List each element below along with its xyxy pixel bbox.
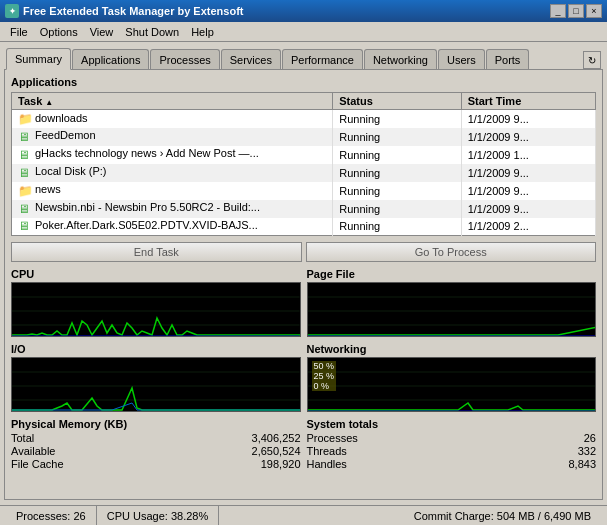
cpu-chart — [11, 282, 301, 337]
charts-row-2: I/O Networking — [11, 343, 596, 412]
io-chart-label: I/O — [11, 343, 301, 355]
networking-chart-svg — [308, 358, 596, 411]
system-totals-title: System totals — [307, 418, 597, 430]
maximize-button[interactable]: □ — [568, 4, 584, 18]
app-icon: 🖥 — [18, 219, 32, 233]
tab-summary[interactable]: Summary — [6, 48, 71, 70]
menu-view[interactable]: View — [84, 25, 120, 39]
sys-handles-row: Handles 8,843 — [307, 458, 597, 470]
tab-applications[interactable]: Applications — [72, 49, 149, 69]
mem-available-row: Available 2,650,524 — [11, 445, 301, 457]
sys-threads-row: Threads 332 — [307, 445, 597, 457]
tab-performance[interactable]: Performance — [282, 49, 363, 69]
task-starttime: 1/1/2009 9... — [461, 200, 595, 218]
cpu-chart-svg — [12, 283, 300, 336]
menu-bar: File Options View Shut Down Help — [0, 22, 607, 42]
task-status: Running — [333, 110, 461, 128]
col-starttime[interactable]: Start Time — [461, 93, 595, 110]
net-legend-25: 25 % — [312, 371, 337, 381]
app-icon: 🖥 — [18, 148, 32, 162]
menu-options[interactable]: Options — [34, 25, 84, 39]
window-title: Free Extended Task Manager by Extensoft — [23, 5, 243, 17]
task-status: Running — [333, 200, 461, 218]
menu-help[interactable]: Help — [185, 25, 220, 39]
action-buttons: End Task Go To Process — [11, 242, 596, 262]
folder-icon: 📁 — [18, 112, 32, 126]
net-legend-50: 50 % — [312, 361, 337, 371]
sys-processes-row: Processes 26 — [307, 432, 597, 444]
tab-processes[interactable]: Processes — [150, 49, 219, 69]
networking-label: Networking — [307, 343, 597, 355]
go-to-process-button[interactable]: Go To Process — [306, 242, 597, 262]
table-row[interactable]: 🖥Poker.After.Dark.S05E02.PDTV.XVID-BAJS.… — [12, 218, 596, 236]
task-status: Running — [333, 218, 461, 236]
networking-chart-box: Networking 50 % — [307, 343, 597, 412]
page-file-chart-box: Page File — [307, 268, 597, 337]
task-starttime: 1/1/2009 9... — [461, 110, 595, 128]
io-chart-box: I/O — [11, 343, 301, 412]
cpu-chart-label: CPU — [11, 268, 301, 280]
applications-title: Applications — [11, 76, 596, 88]
refresh-button[interactable]: ↻ — [583, 51, 601, 69]
table-row[interactable]: 📁downloads Running 1/1/2009 9... — [12, 110, 596, 128]
page-file-svg — [308, 283, 596, 336]
status-processes: Processes: 26 — [6, 506, 97, 525]
table-row[interactable]: 🖥Newsbin.nbi - Newsbin Pro 5.50RC2 - Bui… — [12, 200, 596, 218]
table-row[interactable]: 🖥gHacks technology news › Add New Post —… — [12, 146, 596, 164]
task-name: 🖥Newsbin.nbi - Newsbin Pro 5.50RC2 - Bui… — [12, 200, 333, 218]
task-table: Task ▲ Status Start Time 📁downloads Runn… — [11, 92, 596, 236]
table-row[interactable]: 🖥FeedDemon Running 1/1/2009 9... — [12, 128, 596, 146]
table-row[interactable]: 🖥Local Disk (P:) Running 1/1/2009 9... — [12, 164, 596, 182]
sys-threads-label: Threads — [307, 445, 347, 457]
app-icon: ✦ — [5, 4, 19, 18]
col-status[interactable]: Status — [333, 93, 461, 110]
tab-services[interactable]: Services — [221, 49, 281, 69]
page-file-chart — [307, 282, 597, 337]
task-status: Running — [333, 164, 461, 182]
sys-handles-label: Handles — [307, 458, 347, 470]
task-status: Running — [333, 146, 461, 164]
tab-ports[interactable]: Ports — [486, 49, 530, 69]
task-status: Running — [333, 128, 461, 146]
mem-filecache-row: File Cache 198,920 — [11, 458, 301, 470]
mem-total-row: Total 3,406,252 — [11, 432, 301, 444]
task-name: 🖥gHacks technology news › Add New Post —… — [12, 146, 333, 164]
physical-memory-box: Physical Memory (KB) Total 3,406,252 Ava… — [11, 418, 301, 471]
table-row[interactable]: 📁news Running 1/1/2009 9... — [12, 182, 596, 200]
menu-shutdown[interactable]: Shut Down — [119, 25, 185, 39]
task-name: 🖥Local Disk (P:) — [12, 164, 333, 182]
app-icon: 🖥 — [18, 166, 32, 180]
end-task-button[interactable]: End Task — [11, 242, 302, 262]
physical-memory-title: Physical Memory (KB) — [11, 418, 301, 430]
minimize-button[interactable]: _ — [550, 4, 566, 18]
app-icon: 🖥 — [18, 202, 32, 216]
close-button[interactable]: × — [586, 4, 602, 18]
status-commit: Commit Charge: 504 MB / 6,490 MB — [404, 506, 601, 525]
bottom-info-row: Physical Memory (KB) Total 3,406,252 Ava… — [11, 418, 596, 471]
networking-chart: 50 % 25 % 0 % — [307, 357, 597, 412]
task-starttime: 1/1/2009 2... — [461, 218, 595, 236]
tab-networking[interactable]: Networking — [364, 49, 437, 69]
charts-row-1: CPU — [11, 268, 596, 337]
window-controls: _ □ × — [550, 4, 602, 18]
mem-filecache-label: File Cache — [11, 458, 64, 470]
task-starttime: 1/1/2009 9... — [461, 128, 595, 146]
sys-processes-value: 26 — [584, 432, 596, 444]
col-task[interactable]: Task ▲ — [12, 93, 333, 110]
system-totals-box: System totals Processes 26 Threads 332 H… — [307, 418, 597, 471]
sys-threads-value: 332 — [578, 445, 596, 457]
status-bar: Processes: 26 CPU Usage: 38.28% Commit C… — [0, 505, 607, 525]
cpu-chart-box: CPU — [11, 268, 301, 337]
task-starttime: 1/1/2009 1... — [461, 146, 595, 164]
task-name: 📁news — [12, 182, 333, 200]
io-chart — [11, 357, 301, 412]
menu-file[interactable]: File — [4, 25, 34, 39]
task-starttime: 1/1/2009 9... — [461, 182, 595, 200]
mem-available-value: 2,650,524 — [252, 445, 301, 457]
status-cpu: CPU Usage: 38.28% — [97, 506, 220, 525]
mem-filecache-value: 198,920 — [261, 458, 301, 470]
folder-icon: 📁 — [18, 184, 32, 198]
mem-available-label: Available — [11, 445, 55, 457]
tab-users[interactable]: Users — [438, 49, 485, 69]
sys-processes-label: Processes — [307, 432, 358, 444]
